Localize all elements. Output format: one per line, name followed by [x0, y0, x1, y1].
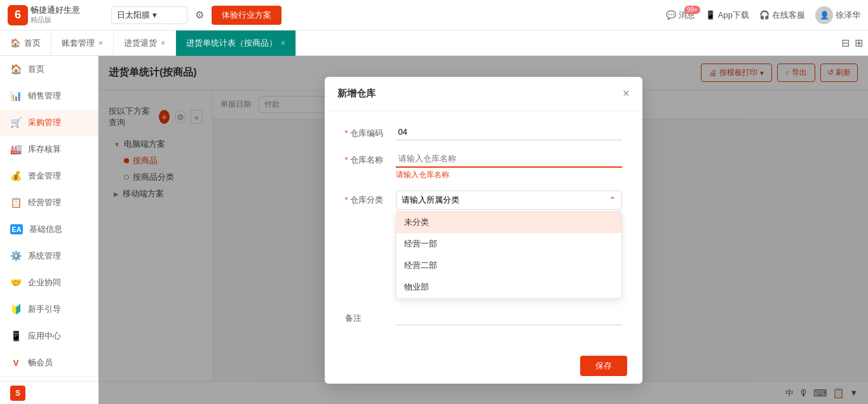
tab-account[interactable]: 账套管理 × [51, 30, 114, 56]
code-field [396, 124, 622, 140]
home-icon: 🏠 [10, 38, 20, 48]
app-name: 畅捷通好生意 [31, 5, 80, 16]
sidebar-item-inventory[interactable]: 🏭 库存核算 [0, 136, 98, 163]
store-dropdown-icon: ▾ [153, 10, 157, 20]
store-selector[interactable]: 日太阳膜 ▾ [111, 6, 187, 24]
code-label: 仓库编码 [345, 124, 396, 139]
vip-icon: V [10, 357, 22, 368]
tab-purchase-return-label: 进货退货 [124, 37, 157, 49]
trial-btn[interactable]: 体验行业方案 [212, 6, 281, 25]
sidebar-item-guide[interactable]: 🔰 新手引导 [0, 296, 98, 323]
save-btn[interactable]: 保存 [580, 356, 627, 376]
user-name: 徐泽华 [836, 10, 860, 21]
phone-icon: 📱 [705, 10, 715, 20]
dropdown-item-unclassified[interactable]: 未分类 [397, 212, 621, 233]
online-service-btn[interactable]: 🎧 在线客服 [759, 10, 805, 21]
sidebar-item-collab[interactable]: 🤝 企业协同 [0, 269, 98, 296]
sidebar-guide-label: 新手引导 [28, 304, 61, 315]
tab-purchase-return-close[interactable]: × [161, 39, 165, 48]
sidebar-item-system[interactable]: ⚙️ 系统管理 [0, 243, 98, 269]
online-service-label: 在线客服 [772, 10, 805, 21]
note-field [396, 309, 622, 325]
sidebar-sales-label: 销售管理 [28, 90, 61, 102]
tab-home[interactable]: 🏠 首页 [0, 30, 51, 56]
sidebar-item-vip[interactable]: V 畅会员 [0, 349, 98, 376]
tab-purchase-stats[interactable]: 进货单统计表（按商品） × [176, 30, 296, 56]
user-btn[interactable]: 👤 徐泽华 [815, 6, 860, 24]
sidebar-finance-label: 资金管理 [28, 170, 61, 182]
tab-bar: 🏠 首页 账套管理 × 进货退货 × 进货单统计表（按商品） × ⊟ ⊞ [0, 30, 868, 56]
settings-icon[interactable]: ⚙ [195, 9, 204, 21]
sidebar-item-basic-info[interactable]: EA 基础信息 [0, 216, 98, 243]
tab-minimize-icon[interactable]: ⊟ [841, 37, 850, 49]
note-row: 备注 [345, 309, 622, 325]
top-bar: 6 畅捷通好生意 精品版 日太阳膜 ▾ ⚙ 体验行业方案 💬 消息 99+ 📱 … [0, 0, 868, 30]
bottom-left: S [10, 386, 25, 401]
inventory-icon: 🏭 [10, 144, 22, 155]
sidebar-operations-label: 经营管理 [28, 197, 61, 208]
tab-actions: ⊟ ⊞ [841, 37, 868, 49]
sidebar-item-purchase[interactable]: 🛒 采购管理 [0, 109, 98, 136]
sidebar-vip-label: 畅会员 [28, 357, 53, 368]
category-placeholder: 请输入所属分类 [402, 194, 459, 206]
guide-icon: 🔰 [10, 304, 22, 315]
modal-header: 新增仓库 × [325, 77, 642, 111]
store-name: 日太阳膜 [117, 10, 150, 21]
dropdown-item-ops2[interactable]: 经营二部 [397, 255, 621, 276]
sidebar-system-label: 系统管理 [28, 250, 61, 262]
sidebar: 🏠 首页 📊 销售管理 🛒 采购管理 🏭 库存核算 💰 资金管理 📋 经营管理 … [0, 56, 98, 404]
sidebar-item-finance[interactable]: 💰 资金管理 [0, 163, 98, 189]
note-label: 备注 [345, 309, 396, 324]
category-dropdown: 未分类 经营一部 经营二部 物业部 [396, 211, 622, 299]
category-row: 仓库分类 请输入所属分类 ⌃ 未分类 经营一部 经营二部 物 [345, 191, 622, 299]
modal-close-btn[interactable]: × [623, 87, 630, 100]
system-icon: ⚙️ [10, 250, 22, 262]
topbar-right: 💬 消息 99+ 📱 App下载 🎧 在线客服 👤 徐泽华 [666, 6, 860, 24]
sidebar-collab-label: 企业协同 [28, 277, 61, 288]
sidebar-inventory-label: 库存核算 [28, 144, 61, 155]
modal-footer: 保存 [325, 348, 642, 384]
category-arrow-icon: ⌃ [609, 195, 616, 205]
sidebar-basic-info-label: 基础信息 [29, 224, 62, 235]
sidebar-item-apps[interactable]: 📱 应用中心 [0, 323, 98, 349]
sidebar-home-label: 首页 [28, 64, 44, 75]
message-badge: 99+ [684, 6, 700, 14]
name-row: 仓库名称 请输入仓库名称 [345, 151, 622, 180]
new-warehouse-modal: 新增仓库 × 仓库编码 仓库名称 [325, 77, 642, 384]
home-icon: 🏠 [10, 64, 22, 75]
dropdown-item-property[interactable]: 物业部 [397, 276, 621, 298]
tab-account-close[interactable]: × [98, 39, 103, 48]
sidebar-apps-label: 应用中心 [28, 330, 61, 342]
category-field: 请输入所属分类 ⌃ 未分类 经营一部 经营二部 物业部 [396, 191, 622, 299]
modal-body: 仓库编码 仓库名称 请输入仓库名称 [325, 111, 642, 348]
sidebar-item-home[interactable]: 🏠 首页 [0, 56, 98, 83]
code-row: 仓库编码 [345, 124, 622, 140]
sidebar-purchase-label: 采购管理 [28, 117, 61, 128]
tab-expand-icon[interactable]: ⊞ [855, 37, 863, 49]
name-field: 请输入仓库名称 [396, 151, 622, 180]
finance-icon: 💰 [10, 170, 22, 182]
apps-icon: 📱 [10, 330, 22, 342]
category-select[interactable]: 请输入所属分类 ⌃ [396, 191, 622, 210]
name-input[interactable] [396, 151, 622, 168]
modal-overlay: 新增仓库 × 仓库编码 仓库名称 [98, 56, 868, 404]
tab-home-label: 首页 [24, 37, 41, 49]
name-label: 仓库名称 [345, 151, 396, 166]
sidebar-item-sales[interactable]: 📊 销售管理 [0, 83, 98, 109]
dropdown-item-ops1[interactable]: 经营一部 [397, 233, 621, 255]
message-btn[interactable]: 💬 消息 99+ [666, 10, 695, 21]
category-label: 仓库分类 [345, 191, 396, 206]
sidebar-item-operations[interactable]: 📋 经营管理 [0, 189, 98, 216]
note-input[interactable] [396, 309, 622, 325]
name-error-msg: 请输入仓库名称 [396, 170, 622, 180]
message-icon: 💬 [666, 10, 676, 20]
app-download-btn[interactable]: 📱 App下载 [705, 10, 749, 21]
purchase-icon: 🛒 [10, 117, 22, 128]
code-input[interactable] [396, 124, 622, 140]
collab-icon: 🤝 [10, 277, 22, 288]
sales-icon: 📊 [10, 90, 22, 102]
modal-title: 新增仓库 [337, 88, 376, 100]
tab-purchase-return[interactable]: 进货退货 × [114, 30, 176, 56]
tab-account-label: 账套管理 [62, 37, 95, 49]
tab-purchase-stats-close[interactable]: × [281, 39, 285, 48]
